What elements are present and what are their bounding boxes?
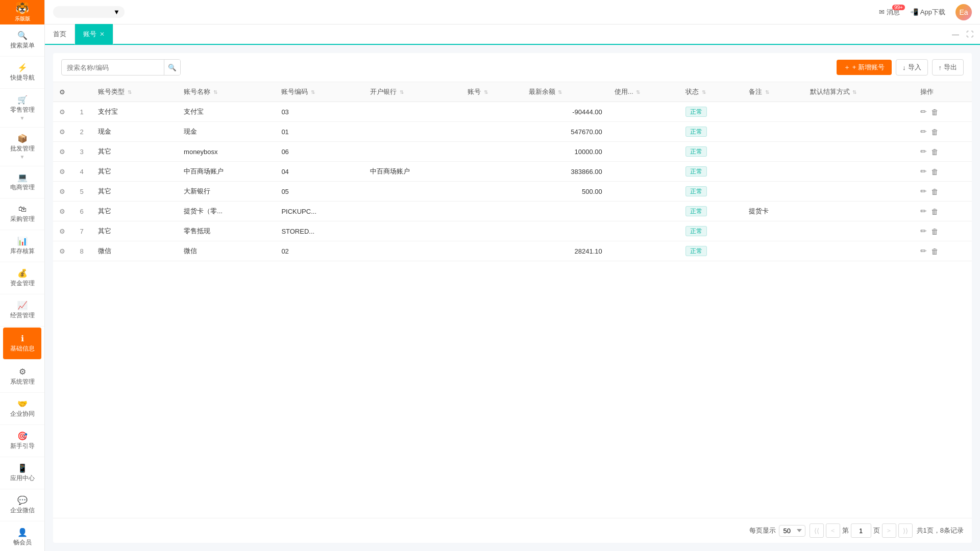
code-col-header[interactable]: 账号编码 ⇅: [275, 82, 364, 102]
row-settings[interactable]: ⚙: [53, 142, 71, 162]
row-settings[interactable]: ⚙: [53, 182, 71, 202]
row-balance: [523, 202, 608, 221]
row-settings[interactable]: ⚙: [53, 241, 71, 261]
sidebar-item-search-menu[interactable]: 🔍 搜索菜单: [0, 24, 44, 57]
export-button[interactable]: ↑ 导出: [932, 59, 964, 76]
num-col-header: [71, 82, 92, 102]
delete-button[interactable]: 🗑: [931, 187, 939, 196]
search-input[interactable]: [62, 64, 164, 71]
sidebar-item-wholesale[interactable]: 📦 批发管理 ▼: [0, 128, 44, 166]
edit-button[interactable]: ✏: [920, 107, 927, 116]
user-avatar[interactable]: Ea: [955, 4, 972, 20]
row-account: [461, 241, 522, 261]
add-account-button[interactable]: ＋ + 新增账号: [837, 60, 892, 75]
delete-button[interactable]: 🗑: [931, 108, 939, 116]
sidebar-item-purchase[interactable]: 🛍 采购管理: [0, 198, 44, 230]
top-search-input[interactable]: [59, 9, 110, 16]
delete-button[interactable]: 🗑: [931, 227, 939, 236]
settings-col-header[interactable]: ⚙: [53, 82, 71, 102]
tab-home[interactable]: 首页: [45, 24, 75, 44]
sidebar-item-label: 批发管理: [10, 144, 35, 153]
import-button[interactable]: ↓ 导入: [896, 59, 928, 76]
name-col-label: 账号名称: [184, 88, 210, 95]
tab-maximize-button[interactable]: ⛶: [964, 28, 976, 40]
app-download-label: App下载: [920, 8, 945, 17]
sidebar-item-wechat[interactable]: 💬 企业微信: [0, 489, 44, 521]
sidebar-item-app-center[interactable]: 📱 应用中心: [0, 457, 44, 489]
page-input[interactable]: [851, 523, 871, 538]
sidebar-item-ecommerce[interactable]: 💻 电商管理: [0, 166, 44, 198]
row-settings[interactable]: ⚙: [53, 102, 71, 122]
row-settings[interactable]: ⚙: [53, 162, 71, 182]
row-num: 5: [71, 182, 92, 202]
sidebar-item-system[interactable]: ⚙ 系统管理: [0, 361, 44, 393]
next-page-button[interactable]: ＞: [882, 523, 896, 538]
bank-col-header[interactable]: 开户银行 ⇅: [364, 82, 461, 102]
balance-col-header[interactable]: 最新余额 ⇅: [523, 82, 608, 102]
sidebar-item-enterprise[interactable]: 🤝 企业协同: [0, 393, 44, 425]
delete-button[interactable]: 🗑: [931, 247, 939, 256]
edit-button[interactable]: ✏: [920, 187, 927, 196]
message-button[interactable]: ✉ 消息 99+: [879, 8, 900, 17]
sidebar-item-label: 企业协同: [10, 410, 35, 418]
sidebar-item-label: 采购管理: [10, 215, 35, 223]
edit-button[interactable]: ✏: [920, 167, 927, 176]
table-row: ⚙ 8 微信 微信 02 28241.10 正常 ✏ 🗑: [53, 241, 972, 261]
row-settings[interactable]: ⚙: [53, 221, 71, 241]
content-area: 🔍 ＋ + 新增账号 ↓ 导入 ↑ 导出: [45, 45, 980, 551]
edit-button[interactable]: ✏: [920, 147, 927, 156]
sidebar-item-member[interactable]: 👤 畅会员: [0, 521, 44, 551]
edit-button[interactable]: ✏: [920, 207, 927, 216]
last-page-button[interactable]: ⟩⟩: [898, 523, 913, 538]
row-settings[interactable]: ⚙: [53, 122, 71, 142]
row-default-settlement: [804, 122, 915, 142]
sidebar-item-operations[interactable]: 📈 经营管理: [0, 294, 44, 327]
delete-button[interactable]: 🗑: [931, 167, 939, 176]
edit-button[interactable]: ✏: [920, 227, 927, 236]
row-bank: 中百商场账户: [364, 162, 461, 182]
purchase-icon: 🛍: [18, 205, 27, 214]
top-header: ▼ ✉ 消息 99+ 📲 App下载 Ea: [45, 0, 980, 24]
tab-close-icon[interactable]: ✕: [100, 31, 105, 38]
sidebar-item-guide[interactable]: 🎯 新手引导: [0, 425, 44, 457]
row-balance: 500.00: [523, 182, 608, 202]
row-status: 正常: [679, 162, 743, 182]
tab-account[interactable]: 账号 ✕: [75, 24, 113, 44]
usage-col-header[interactable]: 使用... ⇅: [608, 82, 680, 102]
row-num: 8: [71, 241, 92, 261]
app-download-button[interactable]: 📲 App下载: [910, 8, 945, 17]
account-col-header[interactable]: 账号 ⇅: [461, 82, 522, 102]
row-settings[interactable]: ⚙: [53, 202, 71, 221]
per-page-select[interactable]: 50 100 200: [779, 525, 805, 537]
sidebar-item-capital[interactable]: 💰 资金管理: [0, 262, 44, 294]
search-button[interactable]: 🔍: [164, 59, 180, 76]
remark-col-header[interactable]: 备注 ⇅: [743, 82, 803, 102]
prev-page-button[interactable]: ＜: [826, 523, 840, 538]
row-default-settlement: [804, 182, 915, 202]
sidebar-item-inventory[interactable]: 📊 库存核算: [0, 230, 44, 262]
first-page-button[interactable]: ⟨⟨: [810, 523, 824, 538]
sidebar-item-retail[interactable]: 🛒 零售管理 ▼: [0, 89, 44, 128]
action-cell: ✏ 🗑: [920, 107, 966, 116]
default-settlement-col-header[interactable]: 默认结算方式 ⇅: [804, 82, 915, 102]
sidebar-item-shortcut[interactable]: ⚡ 快捷导航: [0, 57, 44, 89]
delete-button[interactable]: 🗑: [931, 147, 939, 156]
row-type: 支付宝: [92, 102, 178, 122]
name-col-header[interactable]: 账号名称 ⇅: [178, 82, 275, 102]
delete-button[interactable]: 🗑: [931, 128, 939, 136]
top-search-bar[interactable]: ▼: [53, 6, 125, 18]
sidebar-item-basic-info[interactable]: ℹ 基础信息: [3, 328, 41, 360]
delete-button[interactable]: 🗑: [931, 207, 939, 216]
action-cell: ✏ 🗑: [920, 227, 966, 236]
edit-button[interactable]: ✏: [920, 127, 927, 136]
table-wrap: ⚙ 账号类型 ⇅ 账号名称 ⇅ 账号编码: [53, 82, 972, 518]
tab-minimize-button[interactable]: —: [949, 28, 962, 40]
search-input-wrap: 🔍: [61, 59, 181, 76]
edit-button[interactable]: ✏: [920, 246, 927, 256]
row-num: 1: [71, 102, 92, 122]
type-col-header[interactable]: 账号类型 ⇅: [92, 82, 178, 102]
row-bank: [364, 241, 461, 261]
row-bank: [364, 182, 461, 202]
add-icon: ＋: [844, 63, 850, 72]
status-col-header[interactable]: 状态 ⇅: [679, 82, 743, 102]
